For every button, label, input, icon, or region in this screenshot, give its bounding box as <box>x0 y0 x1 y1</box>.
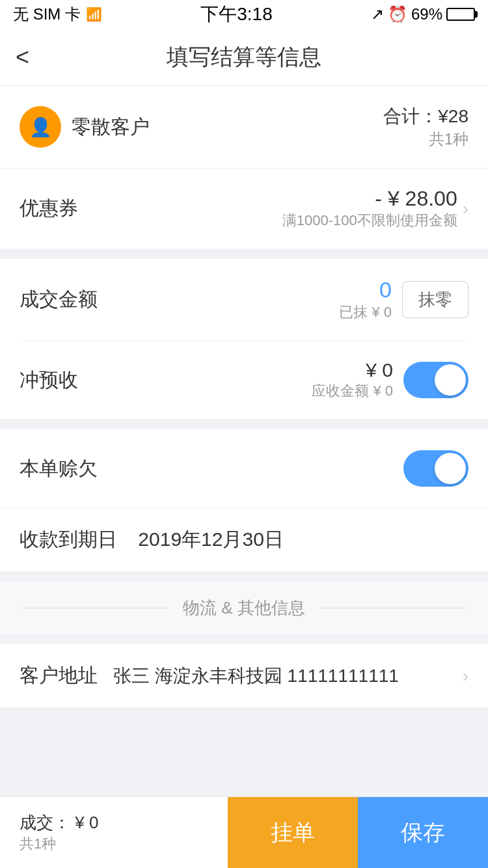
address-chevron-icon: › <box>463 666 468 686</box>
debt-row: 本单赊欠 <box>0 429 488 508</box>
coupon-row[interactable]: 优惠券 - ¥ 28.00 满1000-100不限制使用金额 › <box>0 168 488 249</box>
transaction-sub: 已抹 ¥ 0 <box>339 303 392 322</box>
transaction-value: 0 <box>339 277 392 303</box>
total-amount: 合计：¥28 <box>383 104 468 129</box>
hold-label: 挂单 <box>271 818 315 848</box>
bottom-transaction: 成交： ¥ 0 <box>20 811 208 834</box>
logistics-card: 物流 & 其他信息 <box>0 582 488 634</box>
toggle-knob <box>435 364 466 396</box>
logistics-header: 物流 & 其他信息 <box>0 582 488 634</box>
transaction-card: 成交金额 0 已抹 ¥ 0 抹零 冲预收 ¥ 0 应收金额 ¥ 0 <box>0 259 488 419</box>
debt-toggle[interactable] <box>403 450 468 487</box>
prepayment-row: 冲预收 ¥ 0 应收金额 ¥ 0 <box>20 341 468 419</box>
status-left: 无 SIM 卡 📶 <box>13 4 102 25</box>
due-date-row: 收款到期日 2019年12月30日 <box>0 508 488 571</box>
address-row[interactable]: 客户地址 张三 海淀永丰科技园 11111111111 › <box>0 644 488 707</box>
debt-toggle-knob <box>435 453 466 484</box>
coupon-chevron-icon: › <box>463 198 468 219</box>
customer-coupon-card: 👤 零散客户 合计：¥28 共1种 优惠券 - ¥ 28.00 满1000-10… <box>0 86 488 249</box>
status-time: 下午3:18 <box>200 2 273 27</box>
address-label: 客户地址 <box>20 662 98 689</box>
customer-row: 👤 零散客户 合计：¥28 共1种 <box>0 86 488 168</box>
customer-left: 👤 零散客户 <box>20 106 150 148</box>
bottom-bar: 成交： ¥ 0 共1种 挂单 保存 <box>0 796 488 868</box>
battery-bar <box>446 8 475 21</box>
logistics-label: 物流 & 其他信息 <box>183 598 305 617</box>
prepayment-label: 冲预收 <box>20 367 78 394</box>
due-date-label: 收款到期日 <box>20 528 117 550</box>
debt-label: 本单赊欠 <box>20 455 98 482</box>
bottom-count: 共1种 <box>20 834 208 854</box>
debt-card: 本单赊欠 收款到期日 2019年12月30日 <box>0 429 488 571</box>
address-value: 张三 海淀永丰科技园 11111111111 <box>113 664 463 688</box>
content: 👤 零散客户 合计：¥28 共1种 优惠券 - ¥ 28.00 满1000-10… <box>0 86 488 796</box>
coupon-right: - ¥ 28.00 满1000-100不限制使用金额 › <box>282 187 468 230</box>
prepayment-sub: 应收金额 ¥ 0 <box>312 381 393 401</box>
prepayment-right: ¥ 0 应收金额 ¥ 0 <box>312 359 468 401</box>
status-right: ↗ ⏰ 69% <box>371 5 475 23</box>
coupon-discount: - ¥ 28.00 <box>282 187 457 211</box>
prepayment-text-col: ¥ 0 应收金额 ¥ 0 <box>312 359 393 401</box>
round-zero-button[interactable]: 抹零 <box>402 281 468 318</box>
coupon-label: 优惠券 <box>20 195 78 222</box>
alarm-icon: ⏰ <box>388 5 407 23</box>
total-count: 共1种 <box>383 129 468 150</box>
page-title: 填写结算等信息 <box>167 42 321 72</box>
bottom-info: 成交： ¥ 0 共1种 <box>0 811 228 854</box>
coupon-desc: 满1000-100不限制使用金额 <box>282 211 457 230</box>
nav-bar: < 填写结算等信息 <box>0 29 488 86</box>
transaction-row: 成交金额 0 已抹 ¥ 0 抹零 <box>20 259 468 341</box>
address-card: 客户地址 张三 海淀永丰科技园 11111111111 › <box>0 644 488 707</box>
status-bar: 无 SIM 卡 📶 下午3:18 ↗ ⏰ 69% <box>0 0 488 29</box>
location-icon: ↗ <box>371 5 384 23</box>
save-button[interactable]: 保存 <box>358 797 488 869</box>
back-button[interactable]: < <box>16 44 29 71</box>
bottom-transaction-value: ¥ 0 <box>75 813 98 832</box>
carrier-text: 无 SIM 卡 <box>13 4 81 25</box>
hold-button[interactable]: 挂单 <box>228 797 358 869</box>
battery-text: 69% <box>411 5 442 23</box>
prepayment-amount: ¥ 0 <box>312 359 393 381</box>
customer-right: 合计：¥28 共1种 <box>383 104 468 150</box>
transaction-label: 成交金额 <box>20 286 98 313</box>
prepayment-toggle[interactable] <box>403 362 468 398</box>
save-label: 保存 <box>401 818 445 848</box>
avatar-icon: 👤 <box>29 116 52 138</box>
avatar: 👤 <box>20 106 61 148</box>
form-section-1: 成交金额 0 已抹 ¥ 0 抹零 冲预收 ¥ 0 应收金额 ¥ 0 <box>0 259 488 419</box>
bottom-transaction-label: 成交： <box>20 813 70 832</box>
logistics-label-wrap: 物流 & 其他信息 <box>170 597 318 619</box>
customer-name: 零散客户 <box>72 114 150 141</box>
wifi-icon: 📶 <box>86 7 102 22</box>
due-date-value: 2019年12月30日 <box>138 528 283 550</box>
